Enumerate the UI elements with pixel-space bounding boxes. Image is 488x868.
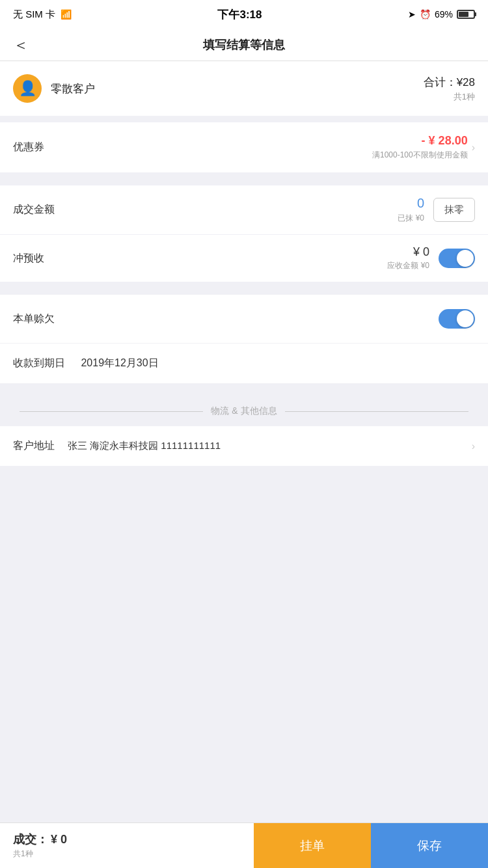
credit-label: 本单赊欠	[13, 312, 55, 326]
hold-button[interactable]: 挂单	[254, 823, 371, 869]
address-label: 客户地址	[13, 439, 59, 453]
transaction-right: 0 已抹 ¥0 抹零	[398, 196, 475, 224]
status-left: 无 SIM 卡 📶	[13, 8, 72, 21]
address-chevron-icon: ›	[472, 441, 475, 452]
content: 👤 零散客户 合计：¥28 共1种 优惠券 - ¥ 28.00 满1000-10…	[0, 61, 488, 524]
bottom-label: 成交：	[13, 833, 48, 846]
section-gap-3	[0, 390, 488, 396]
coupon-label: 优惠券	[13, 141, 44, 154]
prepayment-right: ¥ 0 应收金额 ¥0	[387, 245, 475, 271]
location-icon: ➤	[408, 9, 416, 20]
credit-card: 本单赊欠 收款到期日 2019年12月30日	[0, 295, 488, 383]
status-right: ➤ ⏰ 69%	[408, 9, 475, 20]
prepayment-amounts: ¥ 0 应收金额 ¥0	[387, 245, 429, 271]
customer-card: 👤 零散客户 合计：¥28 共1种	[0, 61, 488, 116]
section-gap-1	[0, 179, 488, 185]
transaction-label: 成交金额	[13, 203, 55, 217]
coupon-right: - ¥ 28.00 满1000-100不限制使用金额 ›	[372, 134, 475, 161]
sim-text: 无 SIM 卡	[13, 8, 55, 21]
logistics-line-left	[20, 411, 203, 412]
coupon-desc: 满1000-100不限制使用金额	[372, 150, 468, 161]
total-count: 共1种	[424, 91, 475, 103]
coupon-card[interactable]: 优惠券 - ¥ 28.00 满1000-100不限制使用金额 ›	[0, 122, 488, 172]
bottom-total: 成交： ¥ 0	[13, 832, 241, 847]
status-bar: 无 SIM 卡 📶 下午3:18 ➤ ⏰ 69%	[0, 0, 488, 29]
prepayment-sub: 应收金额 ¥0	[387, 260, 429, 271]
transaction-value: 0	[417, 196, 424, 210]
due-date-label: 收款到期日	[13, 357, 65, 368]
section-gap-2	[0, 288, 488, 295]
customer-summary: 合计：¥28 共1种	[424, 75, 475, 103]
round-zero-button[interactable]: 抹零	[433, 198, 475, 222]
page-title: 填写结算等信息	[203, 37, 285, 53]
customer-row: 👤 零散客户 合计：¥28 共1种	[0, 61, 488, 116]
credit-row: 本单赊欠	[0, 295, 488, 343]
coupon-chevron-icon: ›	[472, 142, 475, 154]
prepayment-main: ¥ 0	[387, 245, 429, 259]
wifi-icon: 📶	[61, 9, 72, 20]
total-price: 合计：¥28	[424, 75, 475, 90]
due-date-row: 收款到期日 2019年12月30日	[0, 343, 488, 383]
address-value: 张三 海淀永丰科技园 11111111111	[68, 440, 472, 452]
address-row[interactable]: 客户地址 张三 海淀永丰科技园 11111111111 ›	[0, 426, 488, 466]
bottom-bar: 成交： ¥ 0 共1种 挂单 保存	[0, 822, 488, 868]
alarm-icon: ⏰	[420, 9, 431, 20]
customer-name: 零散客户	[51, 81, 95, 96]
toggle-thumb	[457, 250, 474, 267]
logistics-header: 物流 & 其他信息	[0, 396, 488, 426]
prepayment-toggle[interactable]	[439, 249, 475, 268]
logistics-label: 物流 & 其他信息	[211, 405, 277, 417]
customer-left: 👤 零散客户	[13, 74, 95, 103]
bottom-info: 成交： ¥ 0 共1种	[0, 832, 254, 860]
prepayment-row: 冲预收 ¥ 0 应收金额 ¥0	[0, 234, 488, 282]
address-card[interactable]: 客户地址 张三 海淀永丰科技园 11111111111 ›	[0, 426, 488, 466]
battery-icon	[457, 10, 475, 19]
avatar: 👤	[13, 74, 42, 103]
back-button[interactable]: ＜	[13, 34, 29, 55]
coupon-row[interactable]: 优惠券 - ¥ 28.00 满1000-100不限制使用金额 ›	[0, 122, 488, 172]
credit-toggle-thumb	[457, 310, 474, 327]
coupon-amount: - ¥ 28.00	[372, 134, 468, 148]
battery-percent: 69%	[435, 9, 453, 20]
transaction-card: 成交金额 0 已抹 ¥0 抹零 冲预收 ¥ 0 应收金额 ¥0	[0, 185, 488, 282]
transaction-row: 成交金额 0 已抹 ¥0 抹零	[0, 185, 488, 234]
due-date-value: 2019年12月30日	[81, 357, 158, 370]
transaction-sub: 已抹 ¥0	[398, 213, 424, 224]
bottom-amount: ¥ 0	[51, 833, 67, 846]
logistics-line-right	[285, 411, 468, 412]
prepayment-label: 冲预收	[13, 252, 44, 265]
save-button[interactable]: 保存	[371, 823, 488, 869]
credit-toggle[interactable]	[439, 309, 475, 329]
status-time: 下午3:18	[217, 7, 262, 22]
nav-bar: ＜ 填写结算等信息	[0, 29, 488, 61]
bottom-count: 共1种	[13, 848, 241, 860]
